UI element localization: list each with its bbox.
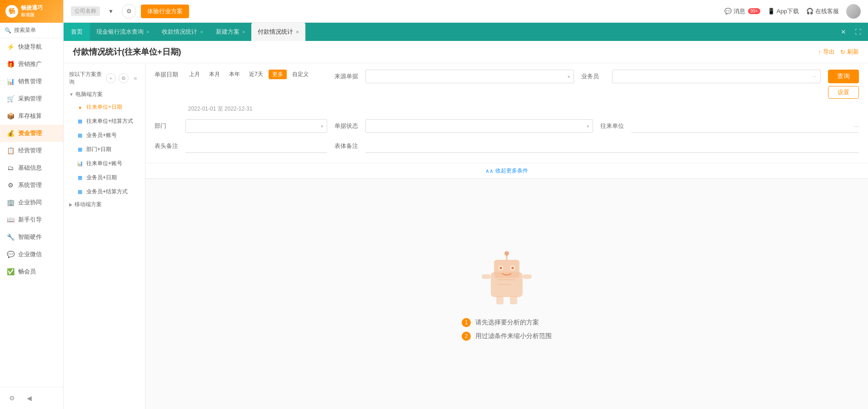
sidebar-item-operations[interactable]: 📋 经营管理 <box>0 142 63 159</box>
empty-step-1: 1 请先选择要分析的方案 <box>462 318 552 327</box>
staff-label: 业务员 <box>581 72 609 81</box>
close-all-tabs-btn[interactable]: ✕ <box>837 25 850 38</box>
sidebar-item-label: 畅会员 <box>18 268 36 276</box>
collapse-btn-row: ∧∧ 收起更多条件 <box>145 163 868 178</box>
dept-select[interactable]: ▾ <box>185 119 327 133</box>
staff-select[interactable]: ··· <box>612 70 821 83</box>
collapse-chevron-icon: ∧∧ <box>485 168 494 174</box>
step-2-text: 用过滤条件来缩小分析范围 <box>475 332 552 340</box>
add-scheme-btn[interactable]: + <box>106 73 116 83</box>
query-btn[interactable]: 查询 <box>828 70 859 83</box>
custom-btn[interactable]: 自定义 <box>289 70 312 79</box>
scheme-item-staff-date[interactable]: ▦ 业务员+日期 <box>64 171 145 185</box>
wechat-icon: 💬 <box>6 250 15 258</box>
doc-status-label: 单据状态 <box>334 122 362 130</box>
tab-bank-flow-close[interactable]: × <box>146 29 149 35</box>
scheme-item-staff-settle[interactable]: ▦ 业务员+结算方式 <box>64 185 145 199</box>
settings-btn[interactable]: 设置 <box>828 86 859 99</box>
body-note-label: 表体备注 <box>334 142 362 150</box>
scheme-item-dept-date[interactable]: ▦ 部门+日期 <box>64 142 145 157</box>
refresh-btn[interactable]: ↻ 刷新 <box>840 48 859 56</box>
sidebar-item-hardware[interactable]: 🔧 智能硬件 <box>0 228 63 246</box>
messages-btn[interactable]: 💬 消息 99+ <box>724 7 760 15</box>
head-note-input[interactable] <box>185 139 327 153</box>
category-triangle-icon: ▼ <box>69 92 74 97</box>
sidebar-item-member[interactable]: ✅ 畅会员 <box>0 263 63 280</box>
app-download-btn[interactable]: 📱 App下载 <box>768 7 799 15</box>
search-menu[interactable]: 🔍 搜索菜单 <box>0 23 63 38</box>
source-doc-select[interactable]: ▾ <box>365 70 574 83</box>
sidebar-item-quick-nav[interactable]: ⚡ 快捷导航 <box>0 38 63 56</box>
scheme-item-partner-date[interactable]: ● 往来单位+日期 <box>64 100 145 114</box>
purchase-icon: 🛒 <box>6 95 15 103</box>
export-btn[interactable]: ↑ 导出 <box>818 48 835 56</box>
content-area: 按以下方案查询 + ⚙ « ▼ 电脑端方案 ● 往来单位+日期 ▦ 往来单位+结… <box>64 63 868 409</box>
scheme-item-label: 往来单位+结算方式 <box>86 117 133 125</box>
sidebar-item-marketing[interactable]: 🎁 营销推广 <box>0 56 63 73</box>
scheme-item-partner-settle[interactable]: ▦ 往来单位+结算方式 <box>64 114 145 128</box>
partner-label: 往来单位 <box>600 122 628 130</box>
robot-svg <box>475 247 539 311</box>
scheme-item-partner-account[interactable]: 📊 往来单位+账号 <box>64 157 145 171</box>
export-label: 导出 <box>823 48 835 56</box>
basics-icon: 🗂 <box>6 164 15 172</box>
topbar-right: 💬 消息 99+ 📱 App下载 🎧 在线客服 <box>724 4 861 19</box>
filter-container: 单据日期 上月 本月 本年 近7天 更多 自定义 来源单据 <box>145 63 868 179</box>
search-menu-label: 搜索菜单 <box>14 26 36 34</box>
last-7-days-btn[interactable]: 近7天 <box>245 70 267 79</box>
tab-bank-flow[interactable]: 现金银行流水查询 × <box>90 23 155 41</box>
scheme-category-mobile[interactable]: ▶ 移动端方案 <box>64 199 145 210</box>
this-year-btn[interactable]: 本年 <box>225 70 244 79</box>
sidebar-item-system[interactable]: ⚙ 系统管理 <box>0 177 63 194</box>
tab-receipt-stats-close[interactable]: × <box>200 29 203 35</box>
category-label: 电脑端方案 <box>75 91 103 98</box>
scheme-settings-btn[interactable]: ⚙ <box>119 73 129 83</box>
sidebar-item-wechat[interactable]: 💬 企业微信 <box>0 246 63 263</box>
scheme-icon: ▦ <box>76 146 84 153</box>
partner-ellipsis-btn[interactable]: ··· <box>853 122 859 130</box>
doc-status-select[interactable]: ▾ <box>365 119 593 133</box>
logo-icon: 畅 <box>5 5 18 18</box>
tab-new-scheme[interactable]: 新建方案 × <box>210 23 251 41</box>
scheme-panel-label: 按以下方案查询 <box>69 71 103 86</box>
company-dropdown-btn[interactable]: ▼ <box>105 5 117 18</box>
sidebar-item-guide[interactable]: 📖 新手引导 <box>0 211 63 228</box>
tab-receipt-stats[interactable]: 收款情况统计 × <box>155 23 209 41</box>
scheme-item-staff-account[interactable]: ▦ 业务员+账号 <box>64 128 145 142</box>
marketing-icon: 🎁 <box>6 60 15 68</box>
footer-collapse-btn[interactable]: ◀ <box>23 392 35 404</box>
empty-illustration <box>475 247 539 311</box>
sidebar-item-enterprise[interactable]: 🏢 企业协同 <box>0 194 63 211</box>
main-area: 公司名称 ▼ ⚙ 体验行业方案 💬 消息 99+ 📱 App下载 🎧 在线客服 <box>64 0 868 409</box>
tab-new-scheme-close[interactable]: × <box>242 29 245 35</box>
scheme-panel-collapse-btn[interactable]: « <box>131 74 140 82</box>
body-note-input[interactable] <box>365 139 859 153</box>
messages-badge: 99+ <box>748 8 760 14</box>
refresh-icon: ↻ <box>840 49 845 56</box>
trial-btn[interactable]: 体验行业方案 <box>141 5 189 18</box>
last-month-btn[interactable]: 上月 <box>185 70 204 79</box>
sidebar-item-basics[interactable]: 🗂 基础信息 <box>0 159 63 177</box>
online-service-btn[interactable]: 🎧 在线客服 <box>806 7 839 15</box>
scheme-category-desktop[interactable]: ▼ 电脑端方案 <box>64 89 145 100</box>
scheme-icon: 📊 <box>76 160 84 167</box>
user-avatar[interactable] <box>846 4 861 19</box>
source-doc-label: 来源单据 <box>334 72 362 81</box>
sidebar-item-finance[interactable]: 💰 资金管理 <box>0 125 63 142</box>
tab-payment-stats-close[interactable]: × <box>296 29 299 35</box>
collapse-conditions-btn[interactable]: ∧∧ 收起更多条件 <box>485 167 528 175</box>
tab-payment-stats[interactable]: 付款情况统计 × <box>251 23 305 41</box>
sidebar-item-sales[interactable]: 📊 销售管理 <box>0 73 63 90</box>
date-range-display: 2022-01-01 至 2022-12-31 <box>188 106 252 112</box>
sidebar-item-label: 快捷导航 <box>18 43 42 51</box>
sidebar-item-inventory[interactable]: 📦 库存核算 <box>0 107 63 125</box>
footer-settings-btn[interactable]: ⚙ <box>5 392 18 404</box>
this-month-btn[interactable]: 本月 <box>205 70 224 79</box>
tab-bank-flow-label: 现金银行流水查询 <box>96 28 144 36</box>
more-btn[interactable]: 更多 <box>269 70 287 79</box>
maximize-btn[interactable]: ⛶ <box>852 25 864 38</box>
sidebar-item-purchase[interactable]: 🛒 采购管理 <box>0 90 63 107</box>
tab-home[interactable]: 首页 <box>64 23 90 41</box>
select-arrow-icon: ··· <box>813 74 817 79</box>
topbar-settings-btn[interactable]: ⚙ <box>122 4 136 19</box>
